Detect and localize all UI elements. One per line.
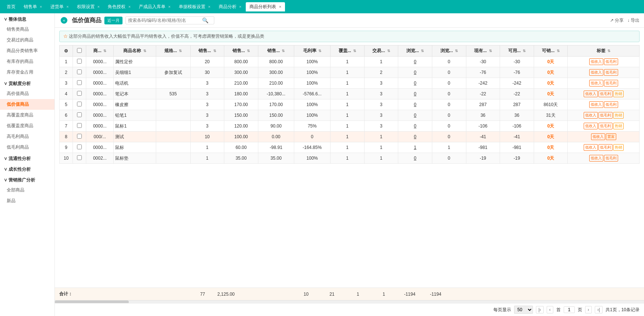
row-checkbox[interactable] [77,123,82,128]
th-sale1[interactable]: 销售... ⇅ [190,45,224,57]
sidebar-group-marketing[interactable]: ∨ 营销推广分析 [0,174,54,185]
nav-tab-2[interactable]: 权限设置 × [73,2,104,11]
th-stock2[interactable]: 可用... ⇅ [500,45,534,57]
th-gross[interactable]: 毛利率 ⇅ [294,45,330,57]
row-trade: 3 [364,99,398,110]
th-checkbox[interactable] [73,45,86,57]
sidebar-item-inventory-capital[interactable]: 库存资金占用 [0,67,54,78]
th-name[interactable]: 商品名称 ⇅ [114,45,156,57]
sidebar-item-new-goods[interactable]: 新品 [0,196,54,206]
row-checkbox[interactable] [77,80,82,85]
th-coverage[interactable]: 覆盖... ⇅ [331,45,365,57]
row-sale1: 170.00 [224,99,258,110]
search-icon[interactable]: 🔍 [202,17,208,23]
row-checkbox[interactable] [77,102,82,106]
sidebar-group-circulation[interactable]: ∨ 流通性分析 [0,153,54,163]
page-size-select[interactable]: 50 100 200 [514,306,533,314]
row-checkbox[interactable] [77,59,82,64]
row-browse1[interactable]: 0 [398,121,432,132]
select-all-checkbox[interactable] [77,48,82,53]
table-row: 20000...吴细细1参加复试30300.00300.00100%1200-7… [60,67,640,78]
th-stock3[interactable]: 可销... ⇅ [534,45,568,57]
nav-tab-7[interactable]: 商品分析列表 × [246,2,285,11]
row-days: 8610天 [534,99,568,110]
collapse-sidebar-btn[interactable]: « [61,17,67,24]
sidebar-item-stocked-goods[interactable]: 有库存的商品 [0,56,54,67]
th-browse1[interactable]: 浏览... ⇅ [398,45,432,57]
nav-tab-7-close[interactable]: × [279,4,281,9]
footer-browse1: 1 [345,292,371,297]
th-spec[interactable]: 规格... ⇅ [156,45,190,57]
row-browse1[interactable]: 0 [398,132,432,142]
horizontal-scrollbar[interactable] [55,300,644,303]
row-checkbox[interactable] [77,112,82,117]
row-checkbox[interactable] [77,155,82,160]
row-checkbox[interactable] [77,145,82,149]
last-page-btn[interactable]: ›| [595,306,603,313]
nav-tab-1-close[interactable]: × [66,4,68,9]
row-browse1[interactable]: 0 [398,78,432,89]
th-stock1[interactable]: 现有... ⇅ [466,45,500,57]
tag-item: 低收入 [589,101,603,108]
row-browse1[interactable]: 0 [398,99,432,110]
nav-home[interactable]: 首页 [3,2,19,11]
table-container[interactable]: ⚙ 商... ⇅ 商品名称 ⇅ 规格... ⇅ 销售... ⇅ 销售... ⇅ … [55,45,644,288]
th-gear[interactable]: ⚙ [60,45,73,57]
row-name: 电话机 [114,78,156,89]
nav-tab-6[interactable]: 商品分析 × [215,2,245,11]
th-browse2[interactable]: 浏览... ⇅ [432,45,466,57]
nav-tab-0-close[interactable]: × [40,4,42,9]
sidebar-item-low-coverage[interactable]: 低覆盖度商品 [0,120,54,131]
row-checkbox[interactable] [77,69,82,74]
row-gross: 1 [331,132,365,142]
search-input[interactable] [128,18,202,23]
filter-btn[interactable]: 近一月 [104,17,123,24]
nav-tab-6-close[interactable]: × [239,4,241,9]
first-page-btn[interactable]: |‹ [536,306,544,313]
sidebar-item-low-profit[interactable]: 低毛利商品 [0,142,54,153]
footer-values: 77 2,125.00 10 21 1 1 -1194 -1194 [80,292,640,297]
row-browse1[interactable]: 1 [398,142,432,153]
sidebar-item-low-value[interactable]: 低价值商品 [0,99,54,110]
th-tags[interactable]: 标签 ⇅ [568,45,640,57]
table-footer: 合计： 77 2,125.00 10 21 1 1 -1194 -1194 [55,288,644,300]
row-browse1[interactable]: 0 [398,67,432,78]
row-checkbox[interactable] [77,91,82,96]
th-trade[interactable]: 交易... ⇅ [364,45,398,57]
export-btn[interactable]: ↓ 导出 [627,17,640,24]
nav-tab-1[interactable]: 进货单 × [47,2,73,11]
search-box[interactable]: 🔍 [125,16,214,24]
row-browse1[interactable]: 0 [398,110,432,121]
nav-tab-4-close[interactable]: × [168,4,170,9]
sidebar-item-high-profit[interactable]: 高毛利商品 [0,131,54,142]
sidebar-item-high-value[interactable]: 高价值商品 [0,88,54,99]
sidebar-group-growth[interactable]: ∨ 成长性分析 [0,163,54,174]
next-page-btn[interactable]: › [585,306,592,313]
nav-tab-4[interactable]: 产成品入库单 × [135,2,174,11]
row-checkbox[interactable] [77,134,82,139]
row-browse1[interactable]: 0 [398,153,432,164]
row-sale2: -10,380... [258,89,294,99]
sidebar-group-overall[interactable]: ∨ 整体信息 [0,13,54,24]
nav-tab-5-close[interactable]: × [208,4,210,9]
sidebar-item-all-goods[interactable]: 全部商品 [0,185,54,196]
nav-tab-2-close[interactable]: × [97,4,100,9]
row-browse1[interactable]: 0 [398,89,432,99]
nav-tab-5[interactable]: 单据模板设置 × [175,2,214,11]
th-sale2[interactable]: 销售... ⇅ [224,45,258,57]
sidebar-item-category-sales-rate[interactable]: 商品分类销售率 [0,45,54,56]
nav-tab-3-close[interactable]: × [128,4,131,9]
prev-page-btn[interactable]: ‹ [547,306,553,313]
nav-tab-0[interactable]: 销售单 × [20,2,46,11]
row-sale3: 0 [294,132,330,142]
th-code[interactable]: 商... ⇅ [86,45,114,57]
share-btn[interactable]: ↗ 分享 [610,17,624,24]
sidebar-item-traded-goods[interactable]: 交易过的商品 [0,35,54,45]
sidebar-group-contribution[interactable]: ∨ 贡献度分析 [0,78,54,88]
th-sale3[interactable]: 销售... ⇅ [258,45,294,57]
row-browse1[interactable]: 0 [398,57,432,67]
nav-tab-3[interactable]: 角色授权 × [104,2,134,11]
sidebar-item-sales-goods[interactable]: 销售类商品 [0,24,54,35]
sidebar-item-high-coverage[interactable]: 高覆盖度商品 [0,110,54,120]
page-input[interactable] [564,306,575,313]
